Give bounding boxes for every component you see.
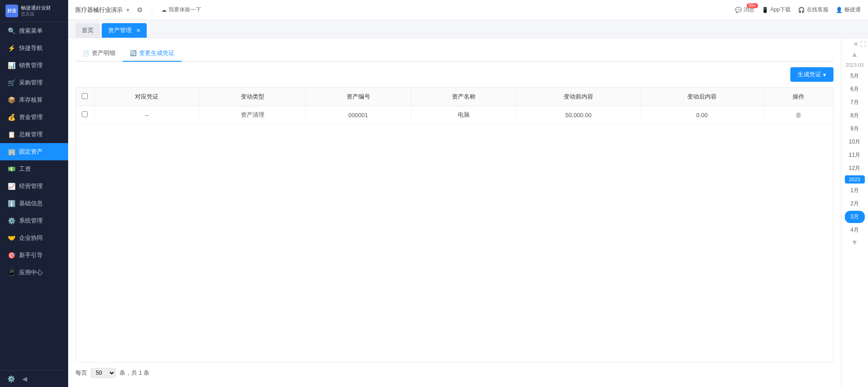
month-11[interactable]: 11月 xyxy=(845,149,865,161)
row-asset-code: 000001 xyxy=(305,106,411,124)
tab-home[interactable]: 首页 xyxy=(75,23,100,38)
sidebar-item-label: 快捷导航 xyxy=(19,44,43,52)
sidebar-item-label: 工资 xyxy=(19,165,31,173)
sidebar-item-sales[interactable]: 📊 销售管理 xyxy=(0,57,68,74)
month-6[interactable]: 6月 xyxy=(845,83,865,95)
month-9[interactable]: 9月 xyxy=(845,123,865,135)
collapse-icon[interactable]: ◀ xyxy=(22,375,27,382)
system-icon: ⚙️ xyxy=(7,217,15,224)
month-3-active[interactable]: 3月 xyxy=(845,211,865,223)
select-all-checkbox[interactable] xyxy=(82,93,88,99)
tabbar: 首页 资产管理 ✕ xyxy=(68,20,868,38)
sidebar-item-label: 经营管理 xyxy=(19,182,43,190)
search-icon: 🔍 xyxy=(7,27,15,35)
sidebar-item-label: 库存核算 xyxy=(19,96,43,104)
th-change-type: 变动类型 xyxy=(200,88,306,106)
sidebar-item-operations[interactable]: 📈 经营管理 xyxy=(0,178,68,195)
delete-icon[interactable]: 🗑 xyxy=(795,111,802,119)
sidebar-item-label: 基础信息 xyxy=(19,199,43,208)
sidebar-item-ledger[interactable]: 📋 总账管理 xyxy=(0,126,68,143)
feedback-icon: ☁ xyxy=(161,7,167,13)
service-label: 在线客服 xyxy=(807,6,828,14)
salary-icon: 💵 xyxy=(7,165,15,173)
month-1[interactable]: 1月 xyxy=(845,184,865,197)
sidebar-nav: 🔍 搜索菜单 ⚡ 快捷导航 📊 销售管理 🛒 采购管理 📦 库存核算 💰 资金管… xyxy=(0,22,68,370)
sidebar-item-purchase[interactable]: 🛒 采购管理 xyxy=(0,74,68,91)
sidebar-item-search[interactable]: 🔍 搜索菜单 xyxy=(0,22,68,40)
settings-bottom-icon[interactable]: ⚙️ xyxy=(7,375,15,382)
month-12[interactable]: 12月 xyxy=(845,162,865,174)
month-8[interactable]: 8月 xyxy=(845,109,865,122)
timeline-up-arrow[interactable]: ▲ xyxy=(849,49,860,60)
message-btn[interactable]: 💬 消息 99+ xyxy=(735,6,754,14)
operations-icon: 📈 xyxy=(7,183,15,190)
month-7[interactable]: 7月 xyxy=(845,96,865,109)
panel-expand-icon[interactable]: ⛶ xyxy=(860,41,866,48)
sidebar-item-label: 应用中心 xyxy=(19,268,43,277)
feedback-label: 我要体验一下 xyxy=(169,6,201,14)
generate-voucher-label: 生成凭证 xyxy=(798,70,821,79)
divider xyxy=(152,5,152,15)
ledger-icon: 📋 xyxy=(7,131,15,138)
company-name: 医疗器械行业演示 xyxy=(75,6,123,14)
sidebar-item-inventory[interactable]: 📦 库存核算 xyxy=(0,91,68,109)
sidebar-item-guide[interactable]: 🎯 新手引导 xyxy=(0,247,68,264)
inventory-icon: 📦 xyxy=(7,96,15,104)
funds-icon: 💰 xyxy=(7,114,15,121)
sidebar-item-enterprise[interactable]: 🤝 企业协同 xyxy=(0,229,68,247)
sidebar-item-label: 总账管理 xyxy=(19,130,43,139)
month-2[interactable]: 2月 xyxy=(845,198,865,210)
logo-text: 畅捷通好业财 xyxy=(21,5,51,11)
app-download-icon: 📱 xyxy=(762,7,769,13)
tab-asset-mgmt[interactable]: 资产管理 ✕ xyxy=(102,23,147,38)
sidebar-item-label: 资金管理 xyxy=(19,113,43,121)
company-selector[interactable]: 医疗器械行业演示 ▼ xyxy=(75,6,130,14)
settings-icon[interactable]: ⚙ xyxy=(137,6,143,14)
sidebar-item-label: 系统管理 xyxy=(19,217,43,225)
sidebar-item-funds[interactable]: 💰 资金管理 xyxy=(0,109,68,126)
data-table-wrap: 对应凭证 变动类型 资产编号 资产名称 xyxy=(75,87,833,362)
th-after-change: 变动后内容 xyxy=(640,88,764,106)
month-5[interactable]: 5月 xyxy=(845,70,865,82)
main-area: 医疗器械行业演示 ▼ ⚙ ☁ 我要体验一下 💬 消息 99+ 📱 App下载 🎧… xyxy=(68,0,868,387)
sidebar-item-app-center[interactable]: 📱 应用中心 xyxy=(0,264,68,281)
row-checkbox[interactable] xyxy=(82,111,88,117)
panel-close-icon[interactable]: ✕ xyxy=(853,41,858,48)
tab-close-icon[interactable]: ✕ xyxy=(136,28,140,33)
dropdown-arrow-icon: ▾ xyxy=(823,71,826,78)
month-4[interactable]: 4月 xyxy=(845,224,865,236)
sidebar-item-label: 采购管理 xyxy=(19,79,43,87)
sidebar-item-basic-info[interactable]: ℹ️ 基础信息 xyxy=(0,195,68,212)
sidebar-item-label: 搜索菜单 xyxy=(19,27,43,35)
row-change-type: 资产清理 xyxy=(200,106,306,124)
subtab-change-voucher[interactable]: 🔄 变更生成凭证 xyxy=(123,45,182,62)
user-menu[interactable]: 👤 畅捷通 xyxy=(836,6,861,14)
sidebar-item-label: 企业协同 xyxy=(19,234,43,242)
online-service-btn[interactable]: 🎧 在线客服 xyxy=(798,6,828,14)
page-content: 📄 资产明细 🔄 变更生成凭证 生成凭证 ▾ xyxy=(68,38,841,387)
year-2023[interactable]: 2023 xyxy=(845,175,865,184)
sidebar-item-system[interactable]: ⚙️ 系统管理 xyxy=(0,212,68,229)
row-before-change: 50,000.00 xyxy=(517,106,640,124)
generate-voucher-button[interactable]: 生成凭证 ▾ xyxy=(790,67,833,82)
sidebar-item-quick-nav[interactable]: ⚡ 快捷导航 xyxy=(0,40,68,57)
app-download-btn[interactable]: 📱 App下载 xyxy=(762,6,791,14)
feedback-btn[interactable]: ☁ 我要体验一下 xyxy=(161,6,201,14)
sidebar-item-fixed-assets[interactable]: 🏢 固定资产 xyxy=(0,143,68,160)
table-row: -- 资产清理 000001 电脑 50,000.00 0.00 🗑 xyxy=(76,106,833,124)
th-asset-code: 资产编号 xyxy=(305,88,411,106)
tab-home-label: 首页 xyxy=(82,27,94,34)
timeline-down-arrow[interactable]: ▼ xyxy=(849,237,860,248)
data-table: 对应凭证 变动类型 资产编号 资产名称 xyxy=(76,88,833,124)
sidebar-item-label: 新手引导 xyxy=(19,251,43,259)
row-voucher: -- xyxy=(94,106,200,124)
subtabs: 📄 资产明细 🔄 变更生成凭证 xyxy=(75,45,833,62)
guide-icon: 🎯 xyxy=(7,252,15,259)
subtab-asset-detail[interactable]: 📄 资产明细 xyxy=(75,45,123,62)
user-avatar: 👤 xyxy=(836,7,843,13)
total-text: 条，共 1 条 xyxy=(119,369,149,377)
panel-controls: ✕ ⛶ xyxy=(841,40,868,49)
page-size-select[interactable]: 10 20 50 100 xyxy=(91,368,116,378)
month-10[interactable]: 10月 xyxy=(845,136,865,148)
sidebar-item-salary[interactable]: 💵 工资 xyxy=(0,160,68,178)
